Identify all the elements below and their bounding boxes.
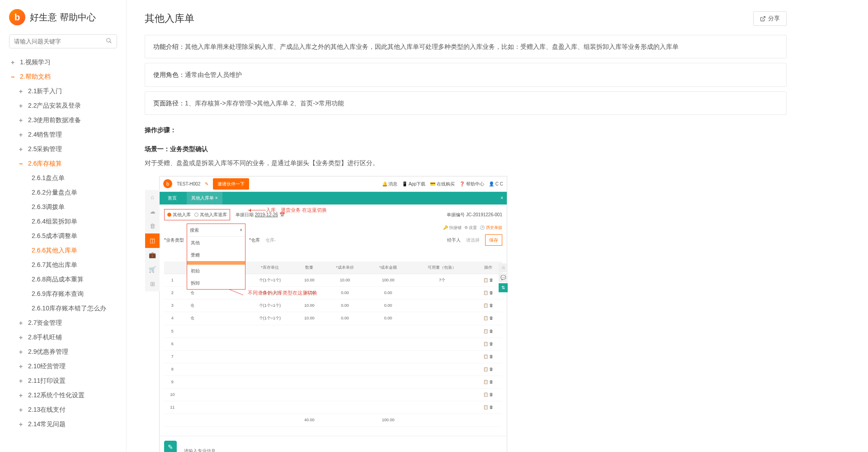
embed-tab-doc[interactable]: 其他入库单 × [187, 191, 222, 205]
left-nav-icon[interactable]: ◫ [145, 233, 160, 248]
embed-right-toolbar: ☆ 💬 ⇅ [499, 263, 508, 292]
table-row[interactable]: 7📋 🗑 [164, 350, 502, 363]
nav-item[interactable]: 2.12系统个性化设置 [9, 388, 117, 403]
left-nav-icon[interactable]: ⊞ [145, 277, 160, 291]
nav-item[interactable]: 2.6.3调拨单 [9, 200, 117, 214]
embed-float-icon[interactable]: 💬 [499, 273, 508, 282]
embed-float-icon[interactable]: ⇅ [499, 283, 508, 292]
nav-item[interactable]: 2.6.6其他入库单 [9, 243, 117, 258]
embed-biztype-dropdown[interactable]: 搜索× 其他受赠初始拆卸 [187, 224, 245, 290]
left-nav-icon[interactable]: 🗑 [145, 219, 160, 233]
expand-icon [9, 59, 16, 66]
embed-tool-quick[interactable]: 🔑 快捷键 [443, 224, 462, 232]
embed-avatar[interactable]: 👤 C C [489, 180, 503, 188]
table-row[interactable]: 8📋 🗑 [164, 363, 502, 376]
left-nav-icon[interactable]: 🛒 [145, 262, 160, 277]
embed-logo: b [163, 179, 172, 188]
search-box[interactable] [9, 34, 117, 48]
nav-item[interactable]: 2.6.9库存账本查询 [9, 287, 117, 301]
embed-app-link[interactable]: 📱 App下载 [402, 180, 425, 188]
intro-text: 其他入库单用来处理除采购入库、产成品入库之外的其他入库业务，因此其他入库单可处理… [185, 43, 679, 50]
role-text: 通常由仓管人员维护 [185, 71, 242, 78]
nav-item[interactable]: 2.6.8商品成本重算 [9, 272, 117, 287]
nav-label: 2.6库存核算 [28, 160, 62, 168]
nav-item[interactable]: 2.9优惠券管理 [9, 345, 117, 359]
table-row[interactable]: 5📋 🗑 [164, 325, 502, 338]
nav-item[interactable]: 2.7资金管理 [9, 316, 117, 330]
embed-radio-return[interactable]: 其他入库退库 [194, 210, 227, 219]
embed-tab-close-all[interactable]: × [500, 194, 503, 202]
embed-edit-icon[interactable]: ✎ [205, 180, 208, 188]
left-nav-icon[interactable]: ☁ [145, 205, 160, 219]
nav-label: 2.1新手入门 [28, 87, 62, 95]
nav-item[interactable]: 2.1新手入门 [9, 84, 117, 99]
embed-note-input[interactable] [184, 448, 502, 452]
embed-biz-label: *业务类型 [164, 236, 184, 244]
embed-buy-link[interactable]: 💳 在线购买 [430, 180, 455, 188]
table-row[interactable]: 6📋 🗑 [164, 338, 502, 350]
embed-tab-home[interactable]: 首页 [163, 191, 181, 205]
nav-item[interactable]: 2.8手机旺铺 [9, 330, 117, 345]
scene1-text: 对于受赠、盘盈或是拆装入库等不同的业务，是通过单据头【业务类型】进行区分。 [145, 157, 787, 169]
nav-item[interactable]: 2.6.10库存账本错了怎么办 [9, 301, 117, 316]
embedded-screenshot: ⌂ ☁ 🗑 ◫ 💼 🛒 ⊞ b TEST-H002 ✎ 邀请伙伴一下 🔔 消息 … [159, 176, 507, 452]
nav-label: 2.8手机旺铺 [28, 333, 62, 342]
embed-tool-set[interactable]: ⚙ 设置 [464, 224, 477, 232]
nav-label: 2.13在线支付 [28, 406, 66, 414]
embed-float-icon[interactable]: ☆ [499, 263, 508, 272]
embed-msg-link[interactable]: 🔔 消息 [382, 180, 398, 188]
nav-item[interactable]: 2.3使用前数据准备 [9, 113, 117, 128]
embed-warehouse-field[interactable]: 仓库- [265, 236, 276, 244]
nav-item[interactable]: 2.4销售管理 [9, 128, 117, 142]
nav-label: 2.7资金管理 [28, 319, 62, 327]
nav-item[interactable]: 2.6.7其他出库单 [9, 258, 117, 272]
nav-item[interactable]: 2.2产品安装及登录 [9, 99, 117, 113]
collapse-icon [17, 160, 24, 167]
embed-help-link[interactable]: ❓ 帮助中心 [459, 180, 484, 188]
nav-label: 2.11打印设置 [28, 377, 66, 385]
nav-item[interactable]: 2.6.2分量盘点单 [9, 186, 117, 200]
expand-icon [17, 117, 24, 124]
left-nav-icon[interactable]: ⌂ [145, 190, 160, 205]
table-row[interactable]: 4仓个(1个=1个)10.000.000.00📋 🗑 [164, 312, 502, 325]
embed-radio-in[interactable]: 其他入库 [167, 210, 191, 219]
path-label: 页面路径： [153, 100, 185, 107]
nav-item[interactable]: 2.5采购管理 [9, 142, 117, 157]
nav-label: 2.6.10库存账本错了怎么办 [32, 305, 106, 313]
nav-item[interactable]: 2.14常见问题 [9, 417, 117, 432]
dropdown-item[interactable]: 拆卸 [187, 277, 245, 289]
sidebar: b 好生意 帮助中心 1.视频学习2.帮助文档2.1新手入门2.2产品安装及登录… [0, 0, 127, 452]
share-button[interactable]: 分享 [753, 11, 787, 26]
nav-item[interactable]: 2.13在线支付 [9, 403, 117, 417]
embed-invite-button[interactable]: 邀请伙伴一下 [213, 178, 249, 190]
nav-item[interactable]: 2.6.4组装拆卸单 [9, 214, 117, 229]
table-row[interactable]: 11📋 🗑 [164, 401, 502, 414]
logo-area: b 好生意 帮助中心 [9, 9, 117, 25]
dropdown-item[interactable]: 其他 [187, 237, 245, 249]
nav-item[interactable]: 2.11打印设置 [9, 374, 117, 388]
nav-item[interactable]: 2.6库存核算 [9, 157, 117, 171]
app-logo: b [9, 9, 25, 25]
embed-save-setting-button[interactable]: 保存 [485, 234, 502, 246]
dropdown-item[interactable]: 初始 [187, 265, 245, 277]
expand-icon [17, 319, 24, 327]
search-input[interactable] [14, 38, 106, 45]
nav-item[interactable]: 2.10经营管理 [9, 359, 117, 374]
left-nav-icon[interactable]: 💼 [145, 248, 160, 262]
nav-label: 2.5采购管理 [28, 145, 62, 153]
embed-annotation-1: 入库、退货业务 在这里切换 [266, 205, 327, 215]
nav-item[interactable]: 2.6.5成本调整单 [9, 229, 117, 243]
nav-item[interactable]: 2.帮助文档 [9, 70, 117, 84]
table-row[interactable]: 10📋 🗑 [164, 388, 502, 401]
search-icon[interactable] [106, 38, 112, 45]
embed-handler-field[interactable]: 请选择 [466, 236, 480, 244]
embed-tool-hist[interactable]: 🕐 历史单据 [480, 224, 502, 232]
table-row[interactable]: 9📋 🗑 [164, 376, 502, 388]
dropdown-item[interactable]: 受赠 [187, 249, 245, 261]
table-row[interactable]: 3仓个(1个=1个)10.000.000.00📋 🗑 [164, 300, 502, 312]
nav-label: 2.10经营管理 [28, 362, 66, 371]
nav-item[interactable]: 2.6.1盘点单 [9, 171, 117, 186]
dropdown-item[interactable] [187, 261, 245, 265]
nav-item[interactable]: 1.视频学习 [9, 55, 117, 70]
expand-icon [17, 377, 24, 385]
